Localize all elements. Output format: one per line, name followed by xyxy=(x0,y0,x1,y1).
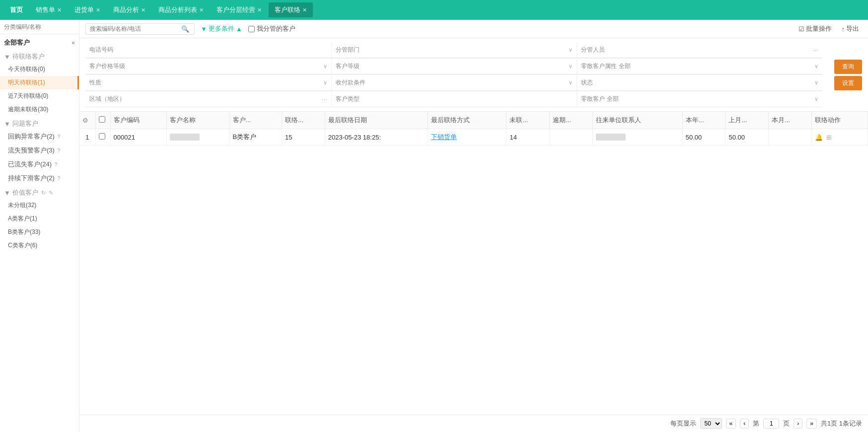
filter-person-value[interactable]: ··· xyxy=(616,46,818,54)
settings-button[interactable]: 设置 xyxy=(834,76,862,90)
nav-close-sales[interactable]: ✕ xyxy=(57,7,62,13)
nav-close-customer-tier[interactable]: ✕ xyxy=(257,7,262,13)
filter-payment-label: 收付款条件 xyxy=(336,78,370,87)
col-overdue-header: 逾期... xyxy=(550,112,593,129)
filter-payment-value[interactable]: ∨ xyxy=(370,79,573,86)
row-name xyxy=(166,129,229,145)
sidebar-item-7days[interactable]: 近7天待联络(0) xyxy=(0,89,79,103)
search-bar-right: ☑ 批量操作 ↑ 导出 xyxy=(796,23,863,35)
filter-panel-wrapper: 电话号码 分管部门 ∨ 分管人员 ··· xyxy=(79,38,868,112)
nav-item-home[interactable]: 首页 xyxy=(4,2,29,17)
page-size-select[interactable]: 50 xyxy=(700,418,722,429)
more-conditions-btn[interactable]: ▼ 更多条件 ▲ xyxy=(201,24,242,33)
current-page-input[interactable] xyxy=(763,419,779,429)
col-name-header: 客户名称 xyxy=(166,112,229,129)
query-button[interactable]: 查询 xyxy=(834,60,862,74)
pagination-bar: 每页显示 50 « ‹ 第 页 › » 共1页 1条记录 xyxy=(79,415,868,432)
filter-price-level: 客户价格等级 ∨ xyxy=(85,59,331,74)
sidebar-item-declining[interactable]: 持续下滑客户(2) ? xyxy=(0,171,79,185)
sidebar-search-input[interactable] xyxy=(4,23,78,30)
filter-retail-attr: 零散客户属性 全部 ∨ xyxy=(577,59,822,74)
content-area: 🔍 ▼ 更多条件 ▲ 我分管的客户 ☑ 批量操作 ↑ 导出 xyxy=(79,20,868,432)
sidebar-item-today[interactable]: 今天待联络(0) xyxy=(0,63,79,76)
row-actions: 🔔 ⊞ xyxy=(811,129,868,145)
edit-icon[interactable]: ✎ xyxy=(49,190,53,196)
sidebar-all-customers-label: 全部客户 xyxy=(4,38,30,47)
top-navigation: 首页 销售单 ✕ 进货单 ✕ 商品分析 ✕ 商品分析列表 ✕ 客户分层经营 ✕ … xyxy=(0,0,868,20)
filter-retail-attr-value[interactable]: ∨ xyxy=(631,63,818,70)
sidebar-item-c-class[interactable]: C类客户(6) xyxy=(0,239,79,252)
select-all-checkbox[interactable] xyxy=(99,116,105,123)
next-page-btn[interactable]: › xyxy=(794,419,802,429)
col-type-header: 客户... xyxy=(229,112,282,129)
filter-person-label: 分管人员 xyxy=(581,46,616,54)
filter-price-value[interactable]: ∨ xyxy=(125,63,327,70)
my-customers-checkbox-label[interactable]: 我分管的客户 xyxy=(248,24,295,33)
page-size-label: 每页显示 xyxy=(670,419,696,428)
filter-status-value[interactable]: ∨ xyxy=(616,79,818,86)
filter-region-label: 区域（地区） xyxy=(89,95,125,103)
sidebar-item-b-class[interactable]: B类客户(33) xyxy=(0,225,79,239)
sidebar-item-abnormal[interactable]: 回购异常客户(2) ? xyxy=(0,130,79,144)
nav-item-purchase[interactable]: 进货单 ✕ xyxy=(69,2,106,17)
filter-type: 客户类型 xyxy=(331,91,577,107)
sidebar-item-tomorrow[interactable]: 明天待联络(1) xyxy=(0,76,79,89)
col-unlink-header: 未联... xyxy=(506,112,550,129)
sidebar-item-ungrouped[interactable]: 未分组(32) xyxy=(0,199,79,212)
nav-item-analysis-list[interactable]: 商品分析列表 ✕ xyxy=(152,2,210,17)
search-input[interactable] xyxy=(90,25,179,32)
nav-item-analysis[interactable]: 商品分析 ✕ xyxy=(107,2,151,17)
filter-dept-value[interactable]: ∨ xyxy=(370,47,573,53)
last-page-btn[interactable]: » xyxy=(806,419,817,429)
filter-nature-value[interactable]: ∨ xyxy=(124,79,327,86)
refresh-icon[interactable]: ↻ xyxy=(41,190,46,196)
batch-op-button[interactable]: ☑ 批量操作 xyxy=(796,23,835,35)
filter-retail-customer-value[interactable]: ∨ xyxy=(619,96,818,102)
col-last-month-header: 上月... xyxy=(725,112,769,129)
dots-region: ··· xyxy=(322,95,327,103)
sidebar-item-a-class[interactable]: A类客户(1) xyxy=(0,212,79,225)
first-page-btn[interactable]: « xyxy=(726,419,736,429)
nav-close-analysis[interactable]: ✕ xyxy=(141,7,145,13)
sidebar-item-overdue[interactable]: 逾期未联络(30) xyxy=(0,103,79,116)
help-icon-3: ? xyxy=(54,161,57,167)
settings-icon[interactable]: ⚙ xyxy=(82,117,88,124)
filter-customer-level-value[interactable]: ∨ xyxy=(370,63,573,70)
nav-item-customer-contact[interactable]: 客户联络 ✕ xyxy=(269,2,313,17)
export-button[interactable]: ↑ 导出 xyxy=(839,23,863,35)
filter-phone-input[interactable] xyxy=(124,47,327,54)
dropdown-arrow-retail: ∨ xyxy=(814,63,818,70)
row-this-year: 50.00 xyxy=(682,129,725,145)
filter-nature: 性质 ∨ xyxy=(85,75,331,91)
nav-close-customer-contact[interactable]: ✕ xyxy=(302,7,307,13)
nav-close-analysis-list[interactable]: ✕ xyxy=(199,7,204,13)
sidebar-all-customers[interactable]: 全部客户 « xyxy=(0,34,79,49)
help-icon-2: ? xyxy=(57,147,60,153)
chevron-up-icon: ▲ xyxy=(236,25,242,33)
action-icon-2[interactable]: ⊞ xyxy=(826,134,832,141)
my-customers-checkbox[interactable] xyxy=(248,26,255,32)
search-icon[interactable]: 🔍 xyxy=(181,25,189,33)
nav-item-customer-tier[interactable]: 客户分层经营 ✕ xyxy=(211,2,268,17)
prev-page-btn[interactable]: ‹ xyxy=(740,419,749,429)
col-setting: ⚙ xyxy=(79,112,95,129)
col-company-contact-header: 往来单位联系人 xyxy=(592,112,682,129)
page-label: 第 xyxy=(753,419,759,428)
filter-region-value[interactable]: ··· xyxy=(125,95,327,103)
search-bar: 🔍 ▼ 更多条件 ▲ 我分管的客户 ☑ 批量操作 ↑ 导出 xyxy=(79,20,868,38)
row-checkbox[interactable] xyxy=(99,133,105,140)
filter-actions: 查询 设置 xyxy=(828,38,868,111)
last-method-link[interactable]: 下销货单 xyxy=(431,133,457,141)
filter-customer-level: 客户等级 ∨ xyxy=(331,59,577,74)
filter-dept: 分管部门 ∨ xyxy=(331,42,577,58)
nav-close-purchase[interactable]: ✕ xyxy=(96,7,100,13)
table-row: 1 000021 B类客户 15 2023-05-23 18:25: xyxy=(79,129,868,145)
action-icon-1[interactable]: 🔔 xyxy=(815,134,823,141)
sidebar-item-lost-warning[interactable]: 流失预警客户(3) ? xyxy=(0,144,79,157)
dropdown-arrow-payment: ∨ xyxy=(569,79,573,86)
dropdown-arrow-price: ∨ xyxy=(323,63,327,70)
help-icon-4: ? xyxy=(57,175,60,181)
row-last-date: 2023-05-23 18:25: xyxy=(325,129,428,145)
nav-item-sales[interactable]: 销售单 ✕ xyxy=(30,2,68,17)
sidebar-item-lost[interactable]: 已流失客户(24) ? xyxy=(0,157,79,171)
